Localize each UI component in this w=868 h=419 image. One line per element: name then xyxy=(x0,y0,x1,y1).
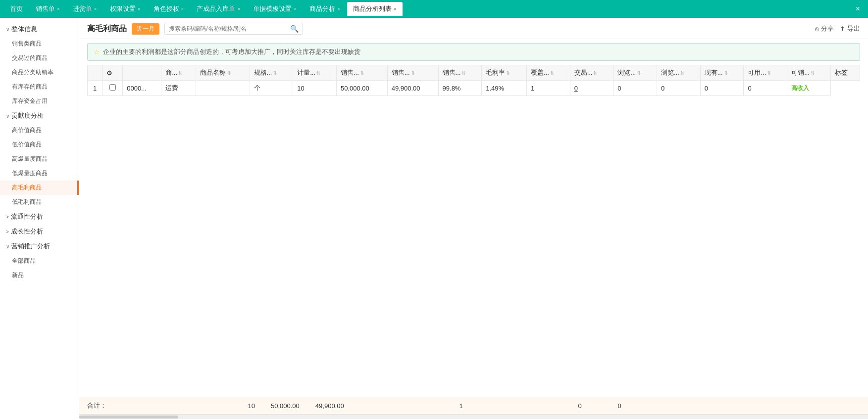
nav-tab-销售单[interactable]: 销售单× xyxy=(30,2,66,16)
col-header-current_stock[interactable]: 现有...⇅ xyxy=(700,65,744,81)
sidebar-item-高爆量度商品[interactable]: 高爆量度商品 xyxy=(0,152,79,166)
page-title: 高毛利商品 xyxy=(87,24,127,34)
sidebar-item-新品[interactable]: 新品 xyxy=(0,268,79,282)
col-header-sales_cost[interactable]: 销售...⇅ xyxy=(438,65,482,81)
sidebar-group-成长性分析[interactable]: >成长性分析 xyxy=(0,224,79,239)
nav-tab-权限设置[interactable]: 权限设置× xyxy=(104,2,147,16)
nav-tab-进货单[interactable]: 进货单× xyxy=(67,2,103,16)
sort-icon-sales_amount: ⇅ xyxy=(411,70,415,76)
cell-num: 1 xyxy=(88,81,102,96)
scrollbar-thumb[interactable] xyxy=(79,416,178,419)
sidebar-item-全部商品[interactable]: 全部商品 xyxy=(0,254,79,268)
cell-trade: 1 xyxy=(526,81,570,96)
main-container: ∨整体信息销售类商品交易过的商品商品分类助销率有库存的商品库存资金占用∨贡献度分… xyxy=(0,18,868,419)
cell-available: 0 xyxy=(700,81,744,96)
sidebar-item-低爆量度商品[interactable]: 低爆量度商品 xyxy=(0,166,79,181)
col-header-sellable[interactable]: 可销...⇅ xyxy=(787,65,831,81)
close-tab-icon[interactable]: × xyxy=(337,6,340,12)
col-header-sales_qty[interactable]: 销售...⇅ xyxy=(336,65,387,81)
nav-tab-商品分析[interactable]: 商品分析× xyxy=(304,2,346,16)
close-tab-icon[interactable]: × xyxy=(57,6,60,12)
col-header-views2[interactable]: 浏览...⇅ xyxy=(657,65,701,81)
views1-link[interactable]: 0 xyxy=(574,85,578,92)
search-icon[interactable]: 🔍 xyxy=(290,25,299,33)
close-tab-icon[interactable]: × xyxy=(138,6,141,12)
cell-coverage: 1.49% xyxy=(482,81,527,96)
col-header-checkbox xyxy=(123,65,161,81)
col-num xyxy=(88,65,102,81)
col-header-available[interactable]: 可用...⇅ xyxy=(744,65,787,81)
row-checkbox[interactable] xyxy=(109,84,116,91)
info-banner: ☆ 企业的主要的利润都是这部分商品创造的，可考虑加大推广，同时关注库存是不要出现… xyxy=(87,43,860,61)
sidebar-group-贡献度分析[interactable]: ∨贡献度分析 xyxy=(0,108,79,123)
cell-code: 0000... xyxy=(123,81,161,96)
data-table: ⚙商...⇅商品名称⇅规格...⇅计量...⇅销售...⇅销售...⇅销售...… xyxy=(87,65,860,96)
cell-sales_cost: 49,900.00 xyxy=(387,81,438,96)
cell-sellable: 0 xyxy=(744,81,787,96)
nav-tab-单据模板设置[interactable]: 单据模板设置× xyxy=(247,2,303,16)
sidebar-item-库存资金占用[interactable]: 库存资金占用 xyxy=(0,94,79,108)
sidebar-item-商品分类助销率[interactable]: 商品分类助销率 xyxy=(0,65,79,80)
col-header-spec[interactable]: 规格...⇅ xyxy=(250,65,293,81)
col-header-coverage[interactable]: 覆盖...⇅ xyxy=(526,65,570,81)
col-header-sales_amount[interactable]: 销售...⇅ xyxy=(387,65,438,81)
search-input[interactable] xyxy=(169,25,288,32)
close-tab-icon[interactable]: × xyxy=(237,6,240,12)
sort-icon-views2: ⇅ xyxy=(680,70,684,76)
footer-current-stock: 0 xyxy=(550,402,590,410)
cell-sales_qty: 10 xyxy=(293,81,337,96)
nav-tab-首页[interactable]: 首页 xyxy=(4,2,29,16)
cell-name: 运费 xyxy=(161,81,196,96)
sidebar-group-营销推广分析[interactable]: ∨营销推广分析 xyxy=(0,239,79,254)
top-navigation: 首页销售单×进货单×权限设置×角色授权×产成品入库单×单据模板设置×商品分析×商… xyxy=(0,0,868,18)
sidebar-item-有库存的商品[interactable]: 有库存的商品 xyxy=(0,80,79,94)
horizontal-scrollbar[interactable] xyxy=(79,414,868,419)
share-icon: ⎋ xyxy=(815,25,819,33)
table-container: ⚙商...⇅商品名称⇅规格...⇅计量...⇅销售...⇅销售...⇅销售...… xyxy=(79,65,868,397)
sidebar: ∨整体信息销售类商品交易过的商品商品分类助销率有库存的商品库存资金占用∨贡献度分… xyxy=(0,18,79,419)
content-header: 高毛利商品 近一月 🔍 ⎋ 分享 ⬆ 导出 xyxy=(79,18,868,39)
close-all-button[interactable]: × xyxy=(852,4,864,13)
filter-month-button[interactable]: 近一月 xyxy=(132,23,159,35)
cell-checkbox[interactable] xyxy=(102,81,123,96)
sidebar-item-低毛利商品[interactable]: 低毛利商品 xyxy=(0,195,79,209)
share-button[interactable]: ⎋ 分享 xyxy=(815,24,834,33)
col-header-unit[interactable]: 计量...⇅ xyxy=(293,65,337,81)
table-row: 10000...运费个1050,000.0049,900.0099.8%1.49… xyxy=(88,81,860,96)
close-tab-icon[interactable]: × xyxy=(181,6,184,12)
cell-gross_rate: 99.8% xyxy=(438,81,482,96)
chevron-icon: ∨ xyxy=(6,27,9,32)
sidebar-item-高价值商品[interactable]: 高价值商品 xyxy=(0,123,79,138)
sidebar-item-交易过的商品[interactable]: 交易过的商品 xyxy=(0,51,79,65)
nav-tab-产成品入库单[interactable]: 产成品入库单× xyxy=(191,2,246,16)
sidebar-item-高毛利商品[interactable]: 高毛利商品 xyxy=(0,181,79,195)
sort-icon-coverage: ⇅ xyxy=(550,70,554,76)
col-header-gross_rate[interactable]: 毛利率⇅ xyxy=(482,65,527,81)
table-footer: 合计： 10 50,000.00 49,900.00 1 0 0 xyxy=(79,397,868,414)
close-tab-icon[interactable]: × xyxy=(294,6,297,12)
col-header-trade[interactable]: 交易...⇅ xyxy=(570,65,613,81)
sort-icon-sales_qty: ⇅ xyxy=(360,70,364,76)
sidebar-group-整体信息[interactable]: ∨整体信息 xyxy=(0,22,79,37)
close-tab-icon[interactable]: × xyxy=(94,6,97,12)
export-button[interactable]: ⬆ 导出 xyxy=(840,24,860,33)
nav-tab-角色授权[interactable]: 角色授权× xyxy=(148,2,190,16)
sidebar-item-销售类商品[interactable]: 销售类商品 xyxy=(0,37,79,51)
footer-trade: 1 xyxy=(431,402,471,410)
footer-available: 0 xyxy=(590,402,629,410)
cell-views2: 0 xyxy=(613,81,657,96)
info-icon: ☆ xyxy=(94,48,100,56)
sidebar-group-流通性分析[interactable]: >流通性分析 xyxy=(0,209,79,224)
col-header-name[interactable]: 商品名称⇅ xyxy=(196,65,250,81)
cell-sales_amount: 50,000.00 xyxy=(336,81,387,96)
sidebar-item-低价值商品[interactable]: 低价值商品 xyxy=(0,138,79,152)
col-header-views1[interactable]: 浏览...⇅ xyxy=(613,65,657,81)
sort-icon-current_stock: ⇅ xyxy=(724,70,728,76)
close-tab-icon[interactable]: × xyxy=(394,6,397,12)
footer-label: 合计： xyxy=(87,401,114,410)
sort-icon-available: ⇅ xyxy=(767,70,771,76)
content-area: 高毛利商品 近一月 🔍 ⎋ 分享 ⬆ 导出 ☆ 企业的主要的利润都是这部分商品创… xyxy=(79,18,868,419)
nav-tab-商品分析列表[interactable]: 商品分析列表× xyxy=(347,2,403,16)
col-header-code[interactable]: 商...⇅ xyxy=(161,65,196,81)
header-actions: ⎋ 分享 ⬆ 导出 xyxy=(815,24,860,33)
